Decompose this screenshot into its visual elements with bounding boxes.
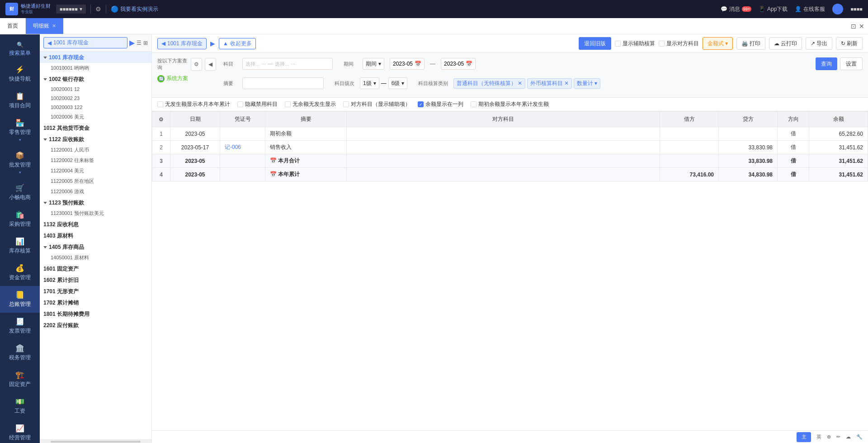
tag-normal[interactable]: 普通科目（无特殊核算） ✕ — [453, 78, 525, 89]
account-group-1701[interactable]: 1701 无形资产 — [40, 286, 151, 297]
period-start-input[interactable]: 2023-05 📅 — [390, 58, 425, 70]
company-selector[interactable]: ■■■■■■ ▾ — [56, 5, 86, 14]
filter-settings-icon[interactable]: ⚙ — [191, 58, 202, 71]
account-child-10020006[interactable]: 10020006 美元 — [40, 112, 151, 122]
account-list[interactable]: 1001 库存现金 10010001 哟哟哟 1002 银行存款 1002000… — [40, 52, 151, 439]
account-child-11220001[interactable]: 11220001 人民币 — [40, 145, 151, 155]
tree-scrollbar[interactable] — [40, 439, 151, 443]
collapse-btn[interactable]: ▲ 收起更多 — [219, 38, 256, 49]
sidebar-item-3[interactable]: 📦 批发管理 ▾ — [0, 147, 40, 179]
tag-close-0[interactable]: ✕ — [518, 80, 522, 86]
filter-collapse-icon[interactable]: ◀ — [205, 58, 216, 71]
sidebar-item-2[interactable]: 🏪 零售管理 ▾ — [0, 114, 40, 147]
return-btn[interactable]: 退回旧版 — [579, 37, 611, 50]
col-settings[interactable]: ⚙ — [152, 112, 170, 127]
message-action[interactable]: 💬 消息 99+ — [721, 5, 751, 13]
tab-detail[interactable]: 明细账 ✕ — [26, 18, 63, 34]
account-group-1702[interactable]: 1702 累计摊销 — [40, 297, 151, 308]
system-plan[interactable]: 🔄 系统方案 — [157, 75, 216, 82]
sidebar-item-8[interactable]: 📒 总账管理 — [0, 286, 40, 313]
account-group-2202[interactable]: 2202 应付账款 — [40, 319, 151, 331]
account-group-1002[interactable]: 1002 银行存款 — [40, 73, 151, 85]
level-start-select[interactable]: 1级 ▾ — [360, 77, 379, 89]
print-btn[interactable]: 🖨️ 打印 — [736, 37, 765, 50]
level-end-select[interactable]: 6级 ▾ — [388, 77, 408, 89]
sidebar-item-5[interactable]: 🛍️ 采购管理 — [0, 206, 40, 233]
online-service-action[interactable]: 👤 在线客服 — [795, 5, 825, 13]
checkbox-4[interactable]: ✓ 余额显示在一列 — [418, 100, 463, 108]
account-group-1601[interactable]: 1601 固定资产 — [40, 263, 151, 274]
checkbox-0[interactable]: 无发生额显示本月本年累计 — [157, 100, 230, 108]
account-child-11220004[interactable]: 11220004 美元 — [40, 166, 151, 176]
checkbox-2[interactable]: 无余额无发生显示 — [285, 100, 336, 108]
settings-icon[interactable]: ⚙ — [95, 5, 101, 13]
status-tools-icon[interactable]: 🔧 — [856, 434, 863, 440]
account-child-11220006[interactable]: 11220006 游戏 — [40, 186, 151, 197]
account-child-11220002[interactable]: 11220002 往来标签 — [40, 155, 151, 166]
cloud-print-btn[interactable]: ☁ 云打印 — [769, 37, 802, 50]
tab-close-icon[interactable]: ✕ — [52, 23, 56, 29]
period-end-input[interactable]: 2023-05 📅 — [441, 58, 476, 70]
summary-input[interactable] — [242, 77, 324, 89]
demo-link[interactable]: 🔵 我要看实例演示 — [111, 5, 158, 13]
next-icon[interactable]: ▶ — [210, 40, 215, 47]
nav-search[interactable]: 🔍 搜索菜单 — [9, 38, 31, 61]
status-edit-icon[interactable]: ✏ — [836, 434, 840, 440]
voucher-link-2[interactable]: 记-006 — [225, 144, 241, 150]
sidebar-item-9[interactable]: 🧾 发票管理 — [0, 313, 40, 339]
status-cloud-icon[interactable]: ☁ — [846, 434, 851, 440]
avatar[interactable] — [832, 4, 843, 14]
tag-foreign[interactable]: 外币核算科目 ✕ — [527, 78, 572, 89]
account-group-1122[interactable]: 1122 应收账款 — [40, 133, 151, 145]
tag-close-1[interactable]: ✕ — [564, 80, 569, 86]
status-input-icon[interactable]: 主 — [797, 432, 811, 442]
account-child-14050001[interactable]: 14050001 原材料 — [40, 252, 151, 263]
sidebar-item-11[interactable]: 🏗️ 固定资产 — [0, 366, 40, 393]
app-download-action[interactable]: 📱 App下载 — [759, 5, 788, 13]
checkbox-1[interactable]: 隐藏禁用科目 — [237, 100, 278, 108]
tab-home[interactable]: 首页 — [0, 18, 26, 34]
next-account-icon[interactable]: ▶ — [129, 38, 135, 47]
account-child-10020002[interactable]: 10020002 23 — [40, 94, 151, 103]
tag-close-2[interactable]: ▾ — [594, 80, 597, 86]
show-auxiliary-checkbox[interactable]: 显示辅助核算 — [615, 40, 655, 48]
period-type-select[interactable]: 期间 ▾ — [363, 58, 384, 70]
account-selected[interactable]: ◀ 1001 库存现金 — [43, 37, 127, 48]
account-group-1405[interactable]: 1405 库存商品 — [40, 241, 151, 252]
tree-view-icon[interactable]: ⊞ — [143, 40, 148, 46]
checkbox-3[interactable]: 对方科目（显示辅助项） — [343, 100, 410, 108]
export-btn[interactable]: ↗ 导出 — [806, 37, 832, 50]
account-group-1132[interactable]: 1132 应收利息 — [40, 219, 151, 230]
table-area[interactable]: ⚙ 日期 凭证号 摘要 对方科目 借方 贷方 方向 余额 — [152, 111, 868, 430]
table-settings-icon[interactable]: ⚙ — [159, 116, 164, 123]
account-child-10020003[interactable]: 10020003 122 — [40, 103, 151, 112]
settings-button[interactable]: 设置 — [840, 57, 863, 70]
tag-quantity[interactable]: 数量计 ▾ — [574, 78, 600, 89]
status-lang[interactable]: 英 — [816, 433, 821, 440]
status-add-icon[interactable]: ⊕ — [827, 434, 831, 440]
sidebar-item-6[interactable]: 📊 库存核算 — [0, 233, 40, 259]
account-child-10010001[interactable]: 10010001 哟哟哟 — [40, 63, 151, 73]
account-child-10020001[interactable]: 10020001 12 — [40, 85, 151, 94]
account-child-11230001[interactable]: 11230001 预付账款美元 — [40, 208, 151, 219]
account-group-1001[interactable]: 1001 库存现金 — [40, 52, 151, 63]
gold-format-btn[interactable]: 金额式 ▾ — [703, 37, 733, 50]
account-group-1012[interactable]: 1012 其他货币资金 — [40, 122, 151, 133]
list-view-icon[interactable]: ☰ — [137, 40, 142, 46]
sidebar-item-1[interactable]: 📋 项目合同 — [0, 87, 40, 114]
sidebar-item-12[interactable]: 💵 工资 — [0, 393, 40, 419]
account-group-1403[interactable]: 1403 原材料 — [40, 230, 151, 241]
tab-restore-icon[interactable]: ⊡ — [851, 23, 856, 30]
sidebar-item-0[interactable]: ⚡ 快捷导航 — [0, 61, 40, 87]
account-group-1602[interactable]: 1602 累计折旧 — [40, 274, 151, 286]
sidebar-item-4[interactable]: 🛒 小畅电商 — [0, 179, 40, 206]
show-opposite-checkbox[interactable]: 显示对方科目 — [659, 40, 699, 48]
account-group-1123[interactable]: 1123 预付账款 — [40, 197, 151, 208]
checkbox-5[interactable]: 期初余额显示本年累计发生额 — [471, 100, 549, 108]
account-child-11220005[interactable]: 11220005 所在地区 — [40, 176, 151, 186]
subject-input[interactable]: 选择... ··· — 选择... ··· — [242, 58, 333, 70]
tab-maximize-icon[interactable]: ✕ — [859, 23, 864, 30]
breadcrumb-account[interactable]: ◀ 1001 库存现金 — [157, 38, 207, 49]
refresh-btn[interactable]: ↻ 刷新 — [836, 37, 863, 50]
search-button[interactable]: 查询 — [816, 57, 837, 70]
